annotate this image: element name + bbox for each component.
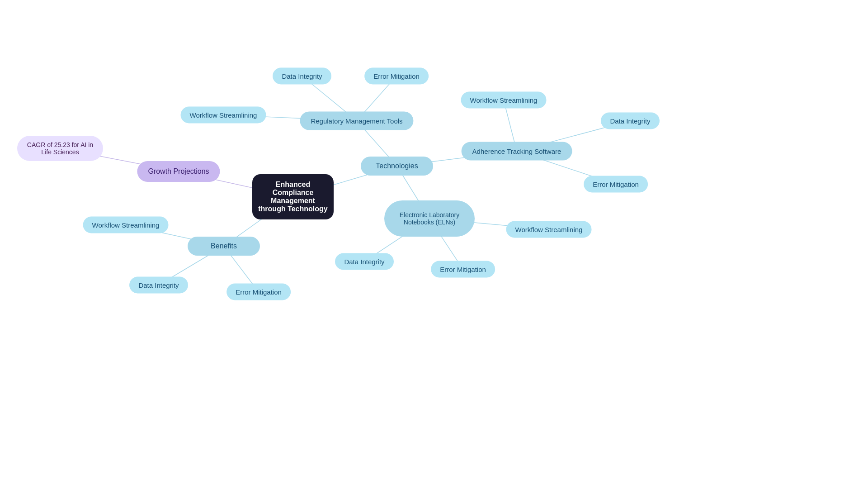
cagr-node[interactable]: CAGR of 25.23 for AI in Life Sciences xyxy=(17,136,103,161)
benefits-node[interactable]: Benefits xyxy=(188,237,260,256)
adherence-tracking-node[interactable]: Adherence Tracking Software xyxy=(462,142,572,161)
data-integrity-reg-node[interactable]: Data Integrity xyxy=(273,68,331,85)
workflow-streamlining-benefits-node[interactable]: Workflow Streamlining xyxy=(83,217,169,233)
error-mitigation-eln-node[interactable]: Error Mitigation xyxy=(431,261,495,278)
growth-projections-node[interactable]: Growth Projections xyxy=(137,161,220,182)
workflow-streamlining-adh-node[interactable]: Workflow Streamlining xyxy=(461,92,547,109)
eln-node[interactable]: Electronic Laboratory Notebooks (ELNs) xyxy=(384,200,475,237)
center-node[interactable]: Enhanced Compliance Management through T… xyxy=(252,174,334,219)
technologies-node[interactable]: Technologies xyxy=(361,157,433,176)
regulatory-tools-node[interactable]: Regulatory Management Tools xyxy=(300,112,413,130)
data-integrity-eln-node[interactable]: Data Integrity xyxy=(335,253,394,270)
error-mitigation-reg-node[interactable]: Error Mitigation xyxy=(364,68,429,85)
workflow-streamlining-eln-node[interactable]: Workflow Streamlining xyxy=(506,221,592,238)
workflow-streamlining-reg-node[interactable]: Workflow Streamlining xyxy=(181,107,266,124)
error-mitigation-adh-node[interactable]: Error Mitigation xyxy=(584,176,648,193)
error-mitigation-benefits-node[interactable]: Error Mitigation xyxy=(226,284,291,300)
data-integrity-benefits-node[interactable]: Data Integrity xyxy=(129,277,188,294)
data-integrity-adh-node[interactable]: Data Integrity xyxy=(601,113,660,129)
